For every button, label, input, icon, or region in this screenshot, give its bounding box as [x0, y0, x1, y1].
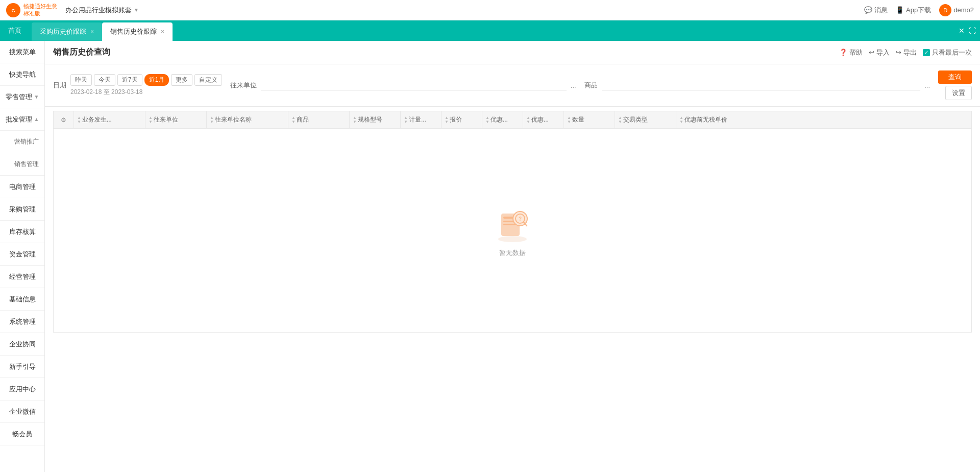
app-selector[interactable]: 办公用品行业模拟账套 ▼	[65, 6, 139, 15]
sidebar-item-inventory[interactable]: 库存核算	[0, 221, 44, 243]
sidebar-item-marketing[interactable]: 营销推广	[0, 131, 44, 153]
user-action[interactable]: D demo2	[939, 4, 974, 16]
date-btn-1month[interactable]: 近1月	[144, 74, 169, 86]
sidebar-item-sales[interactable]: 销售管理	[0, 153, 44, 176]
sidebar-item-finance[interactable]: 资金管理	[0, 243, 44, 266]
message-action[interactable]: 💬 消息	[864, 6, 888, 15]
sidebar-inventory-label: 库存核算	[9, 227, 36, 237]
sort-arrows-pretax[interactable]: ▲▼	[679, 116, 683, 124]
th-pretax-price: ▲▼ 优惠前无税单价	[676, 111, 971, 128]
sidebar-guide-label: 新手引导	[9, 362, 36, 371]
empty-icon: ?	[492, 203, 533, 244]
th-date: ▲▼ 业务发生...	[74, 111, 145, 128]
th-trade-type: ▲▼ 交易类型	[615, 111, 676, 128]
top-header: G 畅捷通好生意 标准版 办公用品行业模拟账套 ▼ 💬 消息 📱 App下载 D…	[0, 0, 980, 20]
sidebar-item-search[interactable]: 搜索菜单	[0, 41, 44, 63]
sidebar-member-label: 畅会员	[12, 430, 32, 439]
partner-filter-dots[interactable]: ...	[571, 82, 576, 89]
import-action[interactable]: ↩ 导入	[869, 48, 890, 57]
page-actions: ❓ 帮助 ↩ 导入 ↪ 导出 ✓ 只看最后一次	[839, 48, 972, 57]
sidebar-item-purchase[interactable]: 采购管理	[0, 198, 44, 221]
sort-arrows-discount1[interactable]: ▲▼	[485, 116, 489, 124]
only-last-checkbox-group[interactable]: ✓ 只看最后一次	[923, 48, 972, 57]
sort-arrows-price[interactable]: ▲▼	[445, 116, 449, 124]
sort-arrows-partner-name[interactable]: ▲▼	[210, 116, 214, 124]
th-goods-label: 商品	[297, 115, 309, 124]
sidebar-item-ecommerce[interactable]: 电商管理	[0, 176, 44, 198]
sidebar-purchase-label: 采购管理	[9, 205, 36, 214]
tab-purchase-history[interactable]: 采购历史价跟踪 ×	[32, 22, 102, 41]
th-partner-label: 往来单位	[154, 115, 178, 124]
sort-arrows-date[interactable]: ▲▼	[77, 116, 81, 124]
sidebar-item-member[interactable]: 畅会员	[0, 423, 44, 445]
export-action[interactable]: ↪ 导出	[896, 48, 917, 57]
sort-arrows-discount2[interactable]: ▲▼	[526, 116, 530, 124]
tab1-label: 采购历史价跟踪	[40, 27, 86, 36]
sort-arrows-partner[interactable]: ▲▼	[149, 116, 153, 124]
tab-sales-history[interactable]: 销售历史价跟踪 ×	[102, 22, 173, 41]
th-qty: ▲▼ 数量	[564, 111, 615, 128]
goods-filter-label: 商品	[584, 81, 598, 90]
goods-filter-dots[interactable]: ...	[924, 82, 930, 89]
sidebar-item-wechat[interactable]: 企业微信	[0, 400, 44, 423]
partner-filter-input[interactable]	[261, 80, 566, 90]
th-discount1-label: 优惠...	[491, 115, 508, 124]
empty-text: 暂无数据	[499, 248, 526, 257]
app-download-label: App下载	[906, 6, 931, 15]
sort-arrows-qty[interactable]: ▲▼	[567, 116, 571, 124]
sidebar-appcenter-label: 应用中心	[9, 385, 36, 394]
sort-arrows-goods[interactable]: ▲▼	[291, 116, 296, 124]
table-settings-cell[interactable]: ⚙	[54, 111, 74, 128]
goods-filter-input[interactable]	[602, 80, 920, 90]
tab2-label: 销售历史价跟踪	[110, 27, 157, 36]
sidebar-item-retail[interactable]: 零售管理 ▼	[0, 86, 44, 108]
svg-rect-6	[503, 224, 516, 225]
sort-arrows-trade[interactable]: ▲▼	[618, 116, 622, 124]
only-last-checkbox[interactable]: ✓	[923, 49, 930, 56]
tab2-close-icon[interactable]: ×	[161, 28, 164, 35]
sidebar-wechat-label: 企业微信	[9, 407, 36, 416]
date-filter-group: 日期 昨天 今天 近7天 近1月 更多 自定义 2023-02-18 至 202…	[53, 74, 222, 97]
filter-action-group: 查询 设置	[938, 70, 972, 100]
sidebar-quicknav-label: 快捷导航	[9, 70, 36, 79]
settings-button[interactable]: 设置	[945, 86, 972, 100]
sidebar-item-guide[interactable]: 新手引导	[0, 356, 44, 378]
svg-point-2	[498, 236, 527, 242]
tab1-close-icon[interactable]: ×	[90, 28, 94, 35]
help-action[interactable]: ❓ 帮助	[839, 48, 863, 57]
sidebar-search-label: 搜索菜单	[9, 48, 36, 57]
date-btn-custom[interactable]: 自定义	[194, 74, 222, 86]
sidebar-marketing-label: 营销推广	[14, 137, 39, 146]
date-filter-label: 日期	[53, 81, 66, 90]
close-all-icon[interactable]: ✕	[959, 27, 965, 35]
date-btn-yesterday[interactable]: 昨天	[70, 74, 92, 86]
phone-icon: 📱	[896, 6, 904, 14]
app-download-action[interactable]: 📱 App下载	[896, 6, 931, 15]
main-layout: 搜索菜单 快捷导航 零售管理 ▼ 批发管理 ▲ 营销推广 销售管理 电商管理 采…	[0, 41, 980, 472]
date-btn-more[interactable]: 更多	[171, 74, 192, 86]
sidebar-item-appcenter[interactable]: 应用中心	[0, 378, 44, 400]
sidebar-item-enterprise[interactable]: 企业协同	[0, 333, 44, 356]
maximize-icon[interactable]: ⛶	[969, 27, 976, 35]
sidebar-item-basic[interactable]: 基础信息	[0, 288, 44, 311]
gear-icon[interactable]: ⚙	[61, 116, 66, 124]
sort-arrows-unit[interactable]: ▲▼	[404, 116, 408, 124]
message-icon: 💬	[864, 6, 872, 14]
sidebar-item-quicknav[interactable]: 快捷导航	[0, 63, 44, 86]
date-btn-today[interactable]: 今天	[94, 74, 115, 86]
th-qty-label: 数量	[572, 115, 584, 124]
help-label: 帮助	[849, 48, 863, 57]
sidebar-item-system[interactable]: 系统管理	[0, 311, 44, 333]
sidebar-item-wholesale[interactable]: 批发管理 ▲	[0, 108, 44, 131]
sort-arrows-spec[interactable]: ▲▼	[353, 116, 357, 124]
table-body: ? 暂无数据	[53, 128, 972, 333]
help-icon: ❓	[839, 49, 847, 56]
th-partner-name: ▲▼ 往来单位名称	[207, 111, 288, 128]
date-btn-7days[interactable]: 近7天	[117, 74, 142, 86]
date-range-display: 2023-02-18 至 2023-03-18	[70, 88, 222, 97]
logo-icon: G	[6, 3, 20, 17]
tab-home[interactable]: 首页	[0, 20, 30, 41]
user-name: demo2	[953, 6, 974, 14]
sidebar-item-operations[interactable]: 经营管理	[0, 266, 44, 288]
search-button[interactable]: 查询	[938, 70, 972, 84]
